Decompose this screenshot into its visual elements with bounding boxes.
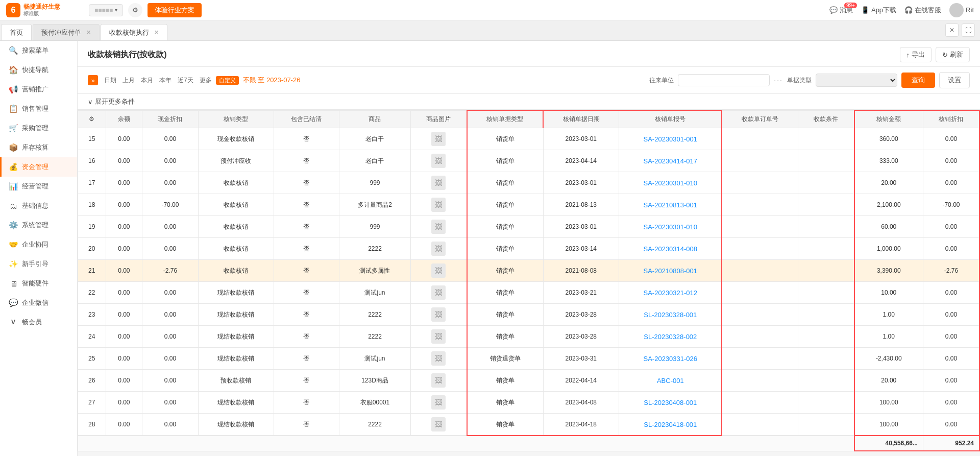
app-download[interactable]: 📱 App下载 [861, 6, 896, 15]
export-button[interactable]: ↑ 导出 [900, 47, 932, 62]
tab-prepay[interactable]: 预付冲应付单 ✕ [33, 24, 100, 40]
cell-product: 测试jun [339, 282, 410, 304]
sidebar-item-marketing[interactable]: 📢 营销推广 [0, 80, 77, 99]
box-icon: 📦 [9, 143, 18, 152]
cell-writeoff-amount: -2,430.00 [854, 348, 923, 370]
cell-receipt-terms [798, 172, 854, 194]
cell-receipt-terms [798, 282, 854, 304]
sidebar-item-beginner[interactable]: ✨ 新手引导 [0, 254, 77, 274]
online-support[interactable]: 🎧 在线客服 [904, 6, 941, 15]
cell-num: 25 [78, 348, 106, 370]
cell-receipt-terms [798, 150, 854, 172]
cell-receipt-terms [798, 260, 854, 282]
cell-writeoff-type: 现结收款核销 [198, 392, 274, 414]
date-more[interactable]: 更多 [198, 75, 214, 86]
expand-tab-btn[interactable]: ⛶ [962, 23, 975, 37]
cell-receipt-order-no [722, 128, 798, 150]
settings-button[interactable]: 设置 [939, 72, 970, 88]
sidebar-item-finance[interactable]: 💰 资金管理 [0, 157, 77, 177]
sidebar-item-search[interactable]: 🔍 搜索菜单 [0, 41, 77, 60]
cell-writeoff-doc-type: 销货单 [467, 216, 543, 238]
brand-text: 畅捷通好生意 标准版 [23, 4, 60, 16]
date-last-month[interactable]: 上月 [120, 75, 137, 86]
sidebar-item-purchase[interactable]: 🛒 采购管理 [0, 118, 77, 138]
tab-collection[interactable]: 收款核销执行 ✕ [101, 24, 167, 40]
tab-home[interactable]: 首页 [1, 24, 32, 40]
cell-receipt-terms [798, 414, 854, 436]
cell-receipt-order-no [722, 326, 798, 348]
more-filter-dots[interactable]: ··· [774, 76, 783, 84]
tab-collection-close[interactable]: ✕ [154, 29, 159, 36]
doc-type-select[interactable] [816, 74, 897, 87]
sidebar-label-beginner: 新手引导 [22, 259, 48, 269]
gear-button[interactable]: ⚙ [128, 3, 142, 17]
sidebar-item-enterprise[interactable]: 🤝 企业协同 [0, 235, 77, 254]
megaphone-icon: 📢 [9, 85, 18, 94]
edition-label: 标准版 [23, 11, 60, 16]
wechat-icon: 💬 [9, 298, 18, 307]
sidebar-item-member[interactable]: V 畅会员 [0, 313, 77, 332]
cell-writeoff-discount: 0.00 [923, 172, 979, 194]
cell-cash-discount: 0.00 [142, 238, 199, 260]
main-layout: 🔍 搜索菜单 🏠 快捷导航 📢 营销推广 📋 销售管理 🛒 采购管理 📦 库存核… [0, 41, 980, 456]
member-icon: V [9, 319, 18, 326]
home-icon: 🏠 [9, 65, 18, 75]
notification-area[interactable]: 💬 消息 99+ [829, 6, 853, 15]
cell-product: 老白干 [339, 128, 410, 150]
cell-product: 2222 [339, 326, 410, 348]
cell-writeoff-discount: 0.00 [923, 304, 979, 326]
sidebar-item-quick-nav[interactable]: 🏠 快捷导航 [0, 60, 77, 80]
cell-include-settled: 否 [274, 348, 339, 370]
sidebar-item-operation[interactable]: 📊 经营管理 [0, 177, 77, 196]
sidebar-item-hardware[interactable]: 🖥 智能硬件 [0, 274, 77, 293]
date-7days[interactable]: 近7天 [176, 75, 195, 86]
sidebar-item-basic[interactable]: 🗂 基础信息 [0, 196, 77, 215]
cell-writeoff-type: 收款核销 [198, 260, 274, 282]
cell-writeoff-doc-no: SL-20230408-001 [619, 392, 722, 414]
date-this-month[interactable]: 本月 [139, 75, 155, 86]
company-selector[interactable]: ■■■■■ ▾ [89, 4, 123, 16]
cell-writeoff-amount: 100.00 [854, 414, 923, 436]
cell-writeoff-type: 收款核销 [198, 238, 274, 260]
cell-writeoff-type: 预付冲应收 [198, 150, 274, 172]
logo-area: 6 畅捷通好生意 标准版 [6, 3, 83, 17]
user-menu[interactable]: Rit [949, 3, 974, 17]
cell-balance: 0.00 [106, 392, 142, 414]
cell-balance: 0.00 [106, 370, 142, 392]
solution-button[interactable]: 体验行业方案 [148, 3, 202, 17]
refresh-button[interactable]: ↻ 刷新 [936, 47, 970, 62]
top-bar: 6 畅捷通好生意 标准版 ■■■■■ ▾ ⚙ 体验行业方案 💬 消息 99+ 📱… [0, 0, 980, 20]
cell-writeoff-doc-type: 销货单 [467, 392, 543, 414]
date-custom[interactable]: 自定义 [216, 76, 239, 85]
from-unit-input[interactable] [678, 74, 770, 86]
sidebar-item-wechat[interactable]: 💬 企业微信 [0, 293, 77, 313]
cell-product-img: 🖼 [410, 282, 467, 304]
cell-writeoff-amount: 1,000.00 [854, 238, 923, 260]
close-tab-btn[interactable]: ✕ [945, 23, 959, 37]
expand-more-btn[interactable]: ∨ 展开更多条件 [78, 94, 980, 110]
query-button[interactable]: 查询 [901, 73, 935, 88]
cell-include-settled: 否 [274, 282, 339, 304]
sidebar-item-inventory[interactable]: 📦 库存核算 [0, 138, 77, 157]
table-row: 250.000.00现结收款核销否测试jun 🖼 销货退货单2023-03-31… [78, 348, 980, 370]
col-settings[interactable]: ⚙ [78, 110, 106, 128]
cell-include-settled: 否 [274, 326, 339, 348]
cell-cash-discount: 0.00 [142, 128, 199, 150]
cell-writeoff-type: 收款核销 [198, 216, 274, 238]
cell-num: 17 [78, 172, 106, 194]
cell-writeoff-doc-type: 销货单 [467, 238, 543, 260]
sidebar-label-search: 搜索菜单 [22, 46, 48, 55]
cell-writeoff-discount: 0.00 [923, 414, 979, 436]
cell-writeoff-doc-type: 销货单 [467, 282, 543, 304]
cell-cash-discount: 0.00 [142, 392, 199, 414]
date-this-year[interactable]: 本年 [157, 75, 174, 86]
tab-prepay-close[interactable]: ✕ [86, 29, 91, 36]
cell-writeoff-doc-no: SL-20230328-001 [619, 304, 722, 326]
sidebar-item-system[interactable]: ⚙️ 系统管理 [0, 215, 77, 235]
table-row: 150.000.00现金收款核销否老白干 🖼 销货单2023-03-01 SA-… [78, 128, 980, 150]
sidebar-item-sales[interactable]: 📋 销售管理 [0, 99, 77, 118]
cell-num: 22 [78, 282, 106, 304]
cell-product-img: 🖼 [410, 260, 467, 282]
filter-toggle-btn[interactable]: » [88, 75, 98, 85]
filter-row: 日期 上月 本月 本年 近7天 更多 自定义 不限 至 2023-07-26 往… [104, 72, 970, 88]
